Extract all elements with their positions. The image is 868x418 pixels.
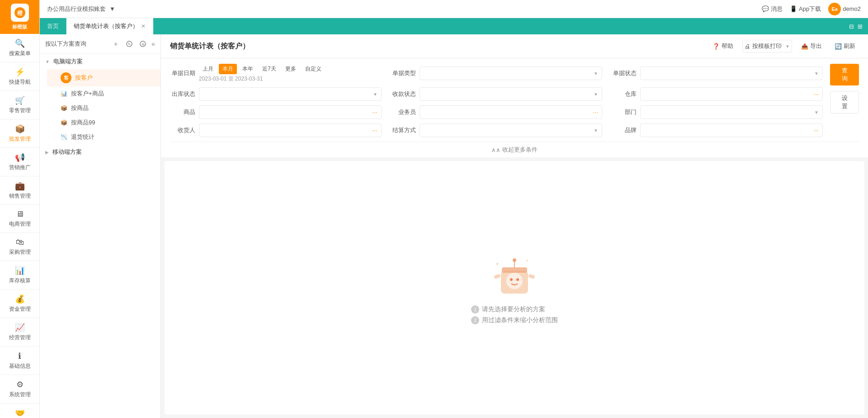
sidebar-label-quick: 快捷导航 xyxy=(9,78,31,86)
goods99-icon: 📦 xyxy=(61,119,67,126)
inventory-icon: 📊 xyxy=(15,266,25,276)
filter-warehouse-item: 仓库 ··· xyxy=(611,87,823,101)
sidebar-item-system[interactable]: ⚙ 系统管理 xyxy=(0,375,39,404)
collapse-more-btn[interactable]: ∧∧ 收起更多条件 xyxy=(170,142,859,157)
sidebar-item-sales[interactable]: 💼 销售管理 xyxy=(0,176,39,205)
enterprise-icon: 🤝 xyxy=(15,408,25,418)
sidebar-item-basic[interactable]: ℹ 基础信息 xyxy=(0,347,39,375)
payment-status-select[interactable]: ▼ xyxy=(420,87,602,101)
edit-scheme-btn[interactable]: ✎ xyxy=(124,39,134,49)
collapse-panel-btn[interactable]: « xyxy=(151,40,155,48)
setting-button[interactable]: 设置 xyxy=(830,91,859,114)
sidebar-item-search[interactable]: 🔍 搜索菜单 xyxy=(0,34,39,62)
settings-scheme-btn[interactable]: ⚙ xyxy=(138,39,148,49)
tree-mobile-label[interactable]: ▶ 移动端方案 xyxy=(40,144,160,160)
order-status-select[interactable]: ▼ xyxy=(640,66,823,80)
sidebar-item-retail[interactable]: 🛒 零售管理 xyxy=(0,91,39,119)
tab-home[interactable]: 首页 xyxy=(40,18,66,34)
goods-filter-label: 商品 xyxy=(170,108,195,116)
date-range: 2023-03-01 至 2023-03-31 xyxy=(199,75,382,83)
date-btn-last-month[interactable]: 上月 xyxy=(199,64,217,74)
sidebar-label-sales: 销售管理 xyxy=(9,192,31,200)
date-btn-this-year[interactable]: 本年 xyxy=(239,64,257,74)
receiver-dots: ··· xyxy=(372,127,377,134)
left-panel-actions: + ✎ ⚙ « xyxy=(111,39,155,49)
filter-salesman-item: 业务员 ··· xyxy=(391,105,602,119)
tree-children-desktop: 客 按客户 📊 按客户+商品 📦 按商品 📦 按商品99 xyxy=(40,69,160,144)
tab-sales-stats[interactable]: 销货单统计表（按客户） ✕ xyxy=(66,18,153,34)
settlement-arrow: ▼ xyxy=(594,128,598,133)
topbar-dropdown[interactable]: ▼ xyxy=(109,5,115,12)
tab-close-icon[interactable]: ✕ xyxy=(141,23,146,29)
sidebar-item-wholesale[interactable]: 📦 批发管理 xyxy=(0,119,39,148)
sidebar-label-inventory: 库存核算 xyxy=(9,277,31,285)
order-type-select[interactable]: ▼ xyxy=(420,66,602,80)
topbar: 办公用品行业模拟账套 ▼ 💬 消息 📱 App下载 Ea demo2 xyxy=(40,0,868,18)
svg-rect-7 xyxy=(502,267,527,273)
filter-brand-item: 品牌 ··· xyxy=(611,124,823,137)
tip2-num: 2 xyxy=(471,316,479,324)
help-icon: ❓ xyxy=(712,43,720,50)
date-btn-this-month[interactable]: 本月 xyxy=(219,64,237,74)
message-btn[interactable]: 💬 消息 xyxy=(762,5,783,13)
topbar-title: 办公用品行业模拟账套 xyxy=(47,5,106,13)
app-download-btn[interactable]: 📱 App下载 xyxy=(790,5,821,13)
date-btn-more[interactable]: 更多 xyxy=(282,64,300,74)
tree-leaf-goods99[interactable]: 📦 按商品99 xyxy=(47,115,160,130)
tree-leaf-returns-label: 退货统计 xyxy=(71,133,94,141)
purchase-icon: 🛍 xyxy=(16,238,24,247)
salesman-select[interactable]: ··· xyxy=(420,105,602,119)
tree-leaf-goods[interactable]: 📦 按商品 xyxy=(47,101,160,115)
brand-select[interactable]: ··· xyxy=(640,124,823,137)
tree-leaf-returns[interactable]: 📉 退货统计 xyxy=(47,130,160,144)
add-scheme-btn[interactable]: + xyxy=(111,39,121,49)
sidebar-item-inventory[interactable]: 📊 库存核算 xyxy=(0,261,39,290)
goods-select[interactable]: ··· xyxy=(199,105,382,119)
refresh-btn[interactable]: 🔄 刷新 xyxy=(831,40,859,52)
department-select[interactable]: ▼ xyxy=(640,105,823,119)
svg-text:橙: 橙 xyxy=(17,10,23,16)
mobile-expand-icon: ▶ xyxy=(45,150,49,155)
sidebar-item-finance[interactable]: 💰 资金管理 xyxy=(0,290,39,318)
tree-leaf-customer-goods[interactable]: 📊 按客户+商品 xyxy=(47,86,160,101)
marketing-icon: 📢 xyxy=(15,152,25,162)
sidebar-item-operations[interactable]: 📈 经营管理 xyxy=(0,318,39,347)
user-menu[interactable]: Ea demo2 xyxy=(828,3,861,15)
tree-leaf-goods-label: 按商品 xyxy=(71,104,89,112)
tip1-num: 1 xyxy=(471,305,479,314)
sidebar-item-quick[interactable]: ⚡ 快捷导航 xyxy=(0,62,39,91)
tree-mobile-node: ▶ 移动端方案 xyxy=(40,144,160,160)
tree-desktop-label[interactable]: ▼ 电脑端方案 xyxy=(40,54,160,69)
filter-order-status-item: 单据状态 ▼ xyxy=(611,64,823,83)
date-label: 单据日期 xyxy=(170,69,195,77)
sidebar-item-ecommerce[interactable]: 🖥 电商管理 xyxy=(0,205,39,233)
sidebar-item-marketing[interactable]: 📢 营销推广 xyxy=(0,148,39,176)
maximize-icon[interactable]: ⊞ xyxy=(858,23,863,30)
empty-state: ✦ ✦ 1 请先选择要分析的方案 2 用过滤条件来缩小分析范围 xyxy=(471,248,558,327)
help-btn[interactable]: ❓ 帮助 xyxy=(709,40,737,52)
date-btn-custom[interactable]: 自定义 xyxy=(302,64,325,74)
salesman-label: 业务员 xyxy=(391,108,416,116)
out-status-select[interactable]: ▼ xyxy=(199,87,382,101)
warehouse-select[interactable]: ··· xyxy=(640,87,823,101)
main-content: ✦ ✦ 1 请先选择要分析的方案 2 用过滤条件来缩小分析范围 xyxy=(165,161,864,414)
filter-department-item: 部门 ▼ xyxy=(611,105,823,119)
print-dropdown-arrow: ▼ xyxy=(785,44,790,49)
order-status-label: 单据状态 xyxy=(611,69,637,77)
print-btn[interactable]: 🖨 按模板打印 ▼ xyxy=(742,40,792,52)
tree-leaf-customer[interactable]: 客 按客户 xyxy=(47,69,160,86)
export-btn[interactable]: 📤 导出 xyxy=(797,40,826,52)
goods-icon: 📦 xyxy=(61,105,67,111)
tree-desktop-text: 电脑端方案 xyxy=(53,57,83,66)
settlement-select[interactable]: ▼ xyxy=(420,124,602,137)
sidebar-item-purchase[interactable]: 🛍 采购管理 xyxy=(0,233,39,261)
date-btn-7days[interactable]: 近7天 xyxy=(259,64,280,74)
quick-icon: ⚡ xyxy=(15,67,25,77)
sidebar-item-enterprise[interactable]: 🤝 企业协同 xyxy=(0,404,39,418)
minimize-icon[interactable]: ⊟ xyxy=(849,23,854,30)
receiver-select[interactable]: ··· xyxy=(199,124,382,137)
filter-settlement-item: 结算方式 ▼ xyxy=(391,124,602,137)
svg-point-9 xyxy=(510,278,513,281)
query-button[interactable]: 查询 xyxy=(830,64,859,86)
sales-icon: 💼 xyxy=(15,181,25,191)
